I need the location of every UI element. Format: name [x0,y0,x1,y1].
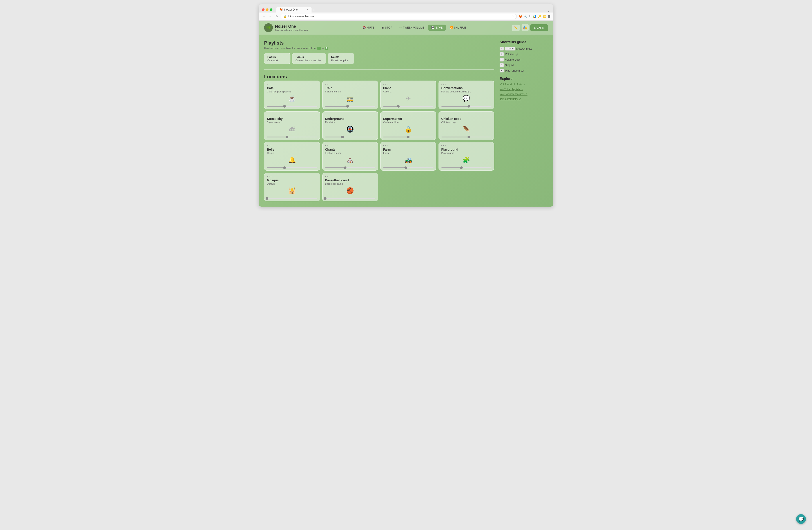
bookmark-icon[interactable]: ☆ [511,15,514,18]
card-menu-dots[interactable]: • • • [441,145,492,147]
mute-button[interactable]: 🔇 MUTE [359,25,377,31]
new-tab-button[interactable]: + [313,8,315,13]
location-card-chants[interactable]: • • • Chants English chants ⛪ [322,142,378,171]
wallet-icon[interactable]: 💳 [543,15,546,18]
slider-thumb[interactable] [283,166,286,169]
location-sub: Farm [383,152,433,154]
volume-slider[interactable] [267,167,317,168]
card-menu-dots[interactable]: • • • [383,83,433,85]
slider-thumb[interactable] [467,105,470,107]
locations-title: Locations [264,74,494,80]
location-icon: 💬 [462,94,470,102]
volume-slider[interactable] [383,106,433,107]
volume-slider[interactable] [383,136,433,137]
forward-button[interactable]: → [268,14,273,19]
avatar-button[interactable]: 🎭 [522,24,528,31]
minimize-traffic-light[interactable] [266,8,269,11]
slider-thumb[interactable] [341,136,344,138]
location-card-conversations[interactable]: • • • Conversations Female conversation … [438,80,495,109]
card-menu-dots[interactable]: • • • [383,114,433,116]
divider [264,69,494,70]
card-menu-dots[interactable]: • • • [325,114,375,116]
volume-slider[interactable] [441,136,492,137]
volume-slider[interactable] [325,106,375,107]
playlist-card-2[interactable]: Relax Forest campfire [328,53,354,64]
card-menu-dots[interactable]: • • • [267,114,317,116]
volume-slider[interactable] [267,106,317,107]
slider-thumb[interactable] [397,105,400,107]
card-menu-dots[interactable]: • • • [383,145,433,147]
location-card-cafe[interactable]: • • • Cafe Cafe (English speech) ☕ [264,80,320,109]
tab-close-button[interactable]: ✕ [306,8,308,11]
browser-window: 🦊 Noizer One ✕ + ⌄ ← → ↻ 🔒 https://www.n… [259,4,553,207]
slider-thumb[interactable] [346,105,349,107]
sign-in-button[interactable]: SIGN IN [530,24,548,31]
more-icon[interactable]: ☰ [548,15,551,18]
volume-slider[interactable] [325,167,375,168]
card-menu-dots[interactable]: • • • [325,145,375,147]
volume-slider[interactable] [325,198,375,199]
back-button[interactable]: ← [261,14,266,19]
location-card-train[interactable]: • • • Train Inside the train 🚃 [322,80,378,109]
edit-button[interactable]: ✏️ [512,25,520,31]
volume-slider[interactable] [441,106,492,107]
download-icon[interactable]: ⬇ [528,15,531,18]
tools-icon[interactable]: 🔧 [524,15,527,18]
stop-button[interactable]: ⏹ STOP [378,25,395,31]
location-card-chicken-coop[interactable]: • • • Chicken coop Chicken coop 🪶 [438,111,495,140]
explore-link-1[interactable]: YouTube playlists ↗ [499,88,548,91]
slider-thumb[interactable] [467,136,470,138]
location-card-mosque[interactable]: • • • Mosque Default 🕌 [264,173,320,201]
slider-thumb[interactable] [283,105,286,107]
shuffle-button[interactable]: 🔀 SHUFFLE [447,25,469,31]
volume-slider[interactable] [383,167,433,168]
save-button[interactable]: 💾 SAVE [428,25,446,31]
volume-slider[interactable] [267,136,317,137]
reload-button[interactable]: ↻ [275,14,279,19]
history-icon[interactable]: 📊 [533,15,536,18]
card-menu-dots[interactable]: • • • [267,145,317,147]
location-card-supermarket[interactable]: • • • Supermarket Cash machine 🔒 [380,111,436,140]
slider-thumb[interactable] [407,136,409,138]
location-card-playground[interactable]: • • • Playground Playground 🧩 [438,142,495,171]
address-bar[interactable]: 🔒 https://www.noizer.one ☆ [281,14,517,19]
card-menu-dots[interactable]: • • • [267,175,317,178]
fullscreen-traffic-light[interactable] [270,8,272,11]
logo-area: 🌿 Noizer One Live soundscapes right for … [264,23,308,32]
volume-slider[interactable] [325,136,375,137]
tabs-chevron-icon[interactable]: ⌄ [547,10,549,13]
card-menu-dots[interactable]: • • • [325,83,375,85]
extensions-icon[interactable]: 🦊 [519,15,522,18]
tab-favicon-icon: 🦊 [279,8,283,11]
slider-thumb[interactable] [344,166,346,169]
close-traffic-light[interactable] [262,8,264,11]
location-card-bells[interactable]: • • • Bells Chime 🔔 [264,142,320,171]
explore-link-3[interactable]: Join community ↗ [499,98,548,101]
location-card-underground[interactable]: • • • Underground Escalator 🚇 [322,111,378,140]
stop-label: STOP [385,26,392,29]
location-card-basketball-court[interactable]: • • • Basketball court Basketball game 🏀 [322,173,378,201]
browser-tab-active[interactable]: 🦊 Noizer One ✕ [276,6,311,13]
slider-thumb[interactable] [324,197,327,200]
slider-thumb[interactable] [266,197,268,200]
slider-thumb[interactable] [404,166,407,169]
card-menu-dots[interactable]: • • • [325,175,375,178]
playlist-card-0[interactable]: Focus Cafe work [264,53,290,64]
card-menu-dots[interactable]: • • • [267,83,317,85]
playlist-card-1[interactable]: Focus Cafe on the stormed be... [292,53,326,64]
location-card-plane[interactable]: • • • Plane Cabin 1 ✈ [380,80,436,109]
card-menu-dots[interactable]: • • • [441,83,492,85]
slider-thumb[interactable] [286,136,288,138]
password-icon[interactable]: 🔑 [538,15,541,18]
slider-thumb[interactable] [460,166,463,169]
explore-link-2[interactable]: Vote for new features ↗ [499,93,548,96]
card-menu-dots[interactable]: • • • [441,114,492,116]
volume-slider[interactable] [267,198,317,199]
location-card-street--city[interactable]: • • • Street, city Street noise 🏙 [264,111,320,140]
explore-link-0[interactable]: iOS & Android Beta ↗ [499,83,548,86]
shortcut-label: Volume Up [505,53,518,56]
location-card-farm[interactable]: • • • Farm Farm 🚜 [380,142,436,171]
shortcut-label: Volume Down [505,58,521,61]
volume-slider[interactable] [441,167,492,168]
tween-volume-button[interactable]: 〰 TWEEN VOLUME [396,25,427,31]
